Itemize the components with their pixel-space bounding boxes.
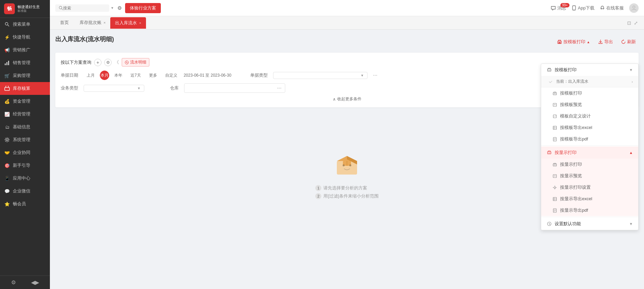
search-dropdown-arrow[interactable]: ▼: [111, 6, 114, 10]
sidebar-item-operations[interactable]: 📈 经营管理: [0, 108, 50, 121]
tab-bar: 首页 库存批次账 × 出入库流水 × ⊡ ⤢: [50, 16, 644, 30]
print-dropdown-arrow[interactable]: ▲: [587, 40, 590, 44]
tab-window-controls: ⊡ ⤢: [626, 20, 639, 26]
svg-line-16: [126, 62, 127, 63]
tab-home[interactable]: 首页: [55, 17, 74, 29]
print-btn[interactable]: 按模板打印 ▲: [554, 37, 593, 46]
svg-point-12: [633, 6, 635, 8]
dropdown-template-custom[interactable]: 模板自定义设计: [541, 110, 638, 122]
dropdown-template-preview[interactable]: 按模板预览: [541, 99, 638, 110]
tab-close-inventory-batch[interactable]: ×: [104, 21, 106, 25]
settings-icon[interactable]: ⚙: [11, 279, 16, 286]
set-default-chevron: ▼: [629, 222, 633, 226]
filter-add-btn[interactable]: +: [94, 59, 101, 66]
logo-icon: 畅: [4, 3, 15, 14]
svg-line-8: [62, 9, 63, 10]
sidebar-item-beginner[interactable]: 🎯 新手引导: [0, 159, 50, 172]
sidebar-item-purchase[interactable]: 🛒 采购管理: [0, 69, 50, 82]
separator-2: [541, 217, 638, 217]
sidebar-item-quick-nav[interactable]: ⚡ 快捷导航: [0, 31, 50, 44]
sidebar-item-vip[interactable]: ⭐ 畅会员: [0, 198, 50, 210]
tab-inventory-batch[interactable]: 库存批次账 ×: [75, 17, 110, 29]
dropdown-template-print[interactable]: 按模板打印: [541, 87, 638, 99]
svg-point-22: [343, 164, 345, 166]
date-last-month[interactable]: 上月: [84, 72, 98, 79]
dropdown-display-preview[interactable]: 按显示预览: [541, 170, 638, 182]
sidebar-item-cooperation[interactable]: 🤝 企业协同: [0, 146, 50, 159]
date-this-month[interactable]: 本月: [100, 71, 109, 80]
svg-point-11: [601, 6, 604, 9]
voucher-type-more[interactable]: ···: [373, 72, 377, 78]
search-input[interactable]: [63, 6, 97, 10]
tab-flow[interactable]: 出入库流水 ×: [110, 17, 146, 29]
voucher-type-select[interactable]: ▼: [273, 72, 368, 79]
sidebar-label: 新手引导: [13, 162, 30, 168]
filter-tag-flow[interactable]: 流水明细: [122, 58, 149, 67]
dropdown-display-print-header[interactable]: 按显示打印 ▲: [541, 147, 638, 159]
page-title-actions: 按模板打印 ▲ 导出 刷新: [554, 37, 639, 46]
topbar: ▼ ⚙ 体验行业方案 消息 99+ App下载: [50, 0, 644, 16]
display-pdf-icon: [552, 208, 557, 213]
dropdown-display-print-settings[interactable]: 按显示打印设置: [541, 182, 638, 193]
dropdown-display-export-excel[interactable]: 按显示导出excel: [541, 193, 638, 205]
message-btn[interactable]: 消息 99+: [551, 5, 566, 11]
dropdown-set-default[interactable]: 设置默认功能 ▼: [541, 218, 638, 230]
page-title-bar: 出入库流水(流水明细) 按模板打印 ▲ 导出: [55, 35, 639, 49]
beginner-icon: 🎯: [4, 162, 10, 168]
sidebar-item-enterprise-wechat[interactable]: 💬 企业微信: [0, 185, 50, 198]
search-box[interactable]: [55, 4, 109, 12]
sidebar-label: 采购管理: [13, 73, 30, 79]
sidebar-item-inventory[interactable]: 库存核算: [0, 82, 50, 95]
sidebar-item-app-center[interactable]: 📱 应用中心: [0, 172, 50, 185]
sidebar-item-marketing[interactable]: 📢 营销推广: [0, 44, 50, 56]
filter-label: 按以下方案查询: [61, 59, 91, 65]
sidebar-item-search-menu[interactable]: 搜索菜单: [0, 18, 50, 31]
business-type-select[interactable]: ▼: [84, 85, 144, 92]
sidebar-item-finance[interactable]: 💰 资金管理: [0, 95, 50, 108]
sidebar-label: 畅会员: [13, 201, 26, 207]
export-btn[interactable]: 导出: [595, 37, 616, 46]
print-section-icon: [547, 67, 552, 73]
sidebar-item-system[interactable]: 系统管理: [0, 133, 50, 146]
separator: [541, 146, 638, 146]
date-custom[interactable]: 自定义: [162, 72, 180, 79]
system-icon: [4, 137, 10, 143]
collapse-btn[interactable]: ∧ 收起更多条件: [333, 96, 361, 102]
fold-icon[interactable]: ◀▶: [31, 279, 39, 286]
refresh-btn[interactable]: 刷新: [618, 37, 639, 46]
tip-1: 1 请先选择要分析的方案: [315, 185, 378, 191]
user-avatar[interactable]: [629, 3, 639, 13]
search-menu-icon: [4, 21, 10, 27]
business-select-arrow: ▼: [137, 86, 141, 90]
app-download-btn[interactable]: App下载: [572, 5, 594, 11]
svg-rect-38: [548, 153, 550, 154]
svg-rect-14: [558, 42, 561, 43]
svg-rect-32: [553, 126, 556, 129]
dropdown-template-print-header[interactable]: 按模板打印 ▼: [541, 64, 638, 76]
svg-rect-2: [5, 63, 6, 65]
page-title: 出入库流水(流水明细): [55, 35, 114, 43]
tab-fullscreen-icon[interactable]: ⤢: [633, 20, 639, 26]
dropdown-template-export-excel[interactable]: 按模板导出excel: [541, 122, 638, 133]
dropdown-current-template[interactable]: 当前：出入库流水 ›: [541, 76, 638, 87]
warehouse-select[interactable]: ···: [184, 83, 285, 93]
tab-close-flow[interactable]: ×: [139, 21, 141, 25]
date-last-7[interactable]: 近7天: [127, 72, 144, 79]
trial-btn[interactable]: 体验行业方案: [125, 3, 161, 13]
sidebar-item-basics[interactable]: 🗂 基础信息: [0, 121, 50, 133]
dropdown-display-export-pdf[interactable]: 按显示导出pdf: [541, 205, 638, 216]
page-content-area: 出入库流水(流水明细) 按模板打印 ▲ 导出: [50, 30, 644, 289]
filter-setting-btn[interactable]: ⚙: [104, 59, 112, 66]
online-service-btn[interactable]: 在线客服: [600, 5, 624, 11]
cooperation-icon: 🤝: [4, 150, 10, 156]
dropdown-template-export-pdf[interactable]: 按模板导出pdf: [541, 133, 638, 145]
dropdown-display-print[interactable]: 按显示打印: [541, 159, 638, 170]
filter-collapse-icon[interactable]: 《: [114, 59, 119, 65]
tab-restore-icon[interactable]: ⊡: [626, 20, 632, 26]
filter-tag-icon: [125, 60, 129, 64]
topbar-gear-icon[interactable]: ⚙: [117, 5, 122, 11]
date-more[interactable]: 更多: [146, 72, 160, 79]
sidebar-item-sales[interactable]: 销售管理: [0, 56, 50, 69]
warehouse-more[interactable]: ···: [277, 85, 282, 91]
date-this-year[interactable]: 本年: [111, 72, 125, 79]
